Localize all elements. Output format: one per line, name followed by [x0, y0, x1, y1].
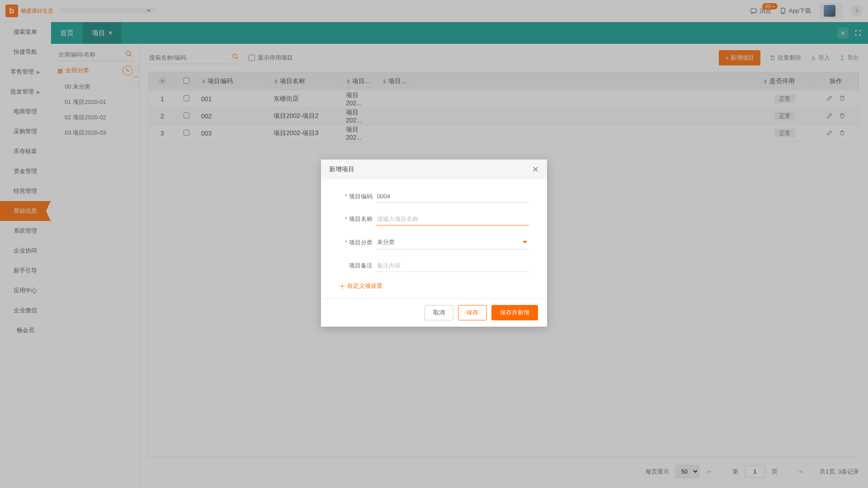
field-category-select[interactable]: 未分类 — [376, 235, 529, 249]
save-button[interactable]: 保存 — [458, 305, 487, 320]
svg-point-6 — [341, 285, 343, 287]
modal-header: 新增项目 ✕ — [321, 160, 547, 179]
cancel-button[interactable]: 取消 — [425, 305, 453, 320]
custom-fields-link[interactable]: 自定义项设置 — [339, 282, 529, 290]
field-code-label: 项目编码 — [349, 193, 373, 200]
field-category-label: 项目分类 — [349, 239, 373, 246]
field-name-label: 项目名称 — [349, 216, 373, 222]
field-note-input[interactable] — [376, 259, 529, 272]
field-name-input[interactable] — [376, 213, 529, 225]
field-note-label: 项目备注 — [349, 262, 373, 269]
add-project-modal: 新增项目 ✕ *项目编码 *项目名称 *项目分类 未分类 项目备注 自定义项设置… — [321, 160, 547, 327]
field-code-input[interactable] — [376, 190, 529, 203]
custom-fields-label: 自定义项设置 — [347, 282, 382, 290]
gear-icon — [339, 283, 345, 289]
modal-title: 新增项目 — [329, 165, 354, 174]
modal-close-button[interactable]: ✕ — [532, 164, 539, 174]
save-and-add-button[interactable]: 保存并新增 — [491, 305, 538, 320]
